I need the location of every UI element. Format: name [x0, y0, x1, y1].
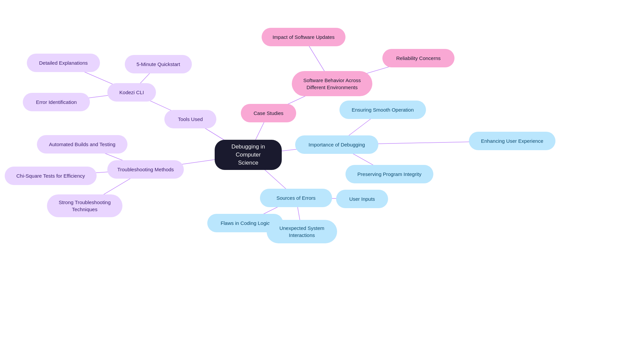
quickstart-label: 5-Minute Quickstart [137, 61, 180, 68]
node-importance-debugging: Importance of Debugging [295, 135, 378, 154]
kodezi-cli-label: Kodezi CLI [119, 89, 144, 96]
impact-software-label: Impact of Software Updates [272, 34, 334, 41]
node-unexpected-system-interactions: Unexpected SystemInteractions [267, 220, 337, 243]
flaws-coding-label: Flaws in Coding Logic [221, 220, 270, 227]
importance-label: Importance of Debugging [309, 141, 365, 148]
node-5-minute-quickstart: 5-Minute Quickstart [125, 55, 192, 73]
sources-errors-label: Sources of Errors [276, 194, 316, 201]
node-kodezi-cli: Kodezi CLI [107, 83, 156, 102]
strong-troubleshoot-label: Strong TroubleshootingTechniques [59, 199, 111, 213]
case-studies-label: Case Studies [254, 110, 283, 117]
preserving-label: Preserving Program Integrity [358, 171, 422, 178]
tools-used-label: Tools Used [178, 116, 203, 123]
node-software-behavior: Software Behavior AcrossDifferent Enviro… [292, 71, 372, 96]
ensuring-smooth-label: Ensuring Smooth Operation [352, 106, 414, 113]
software-behavior-label: Software Behavior AcrossDifferent Enviro… [303, 77, 361, 91]
user-inputs-label: User Inputs [349, 195, 375, 202]
node-ensuring-smooth-operation: Ensuring Smooth Operation [339, 101, 426, 119]
node-user-inputs: User Inputs [336, 190, 388, 208]
center-label: Debugging in Computer Science [227, 143, 270, 167]
reliability-label: Reliability Concerns [396, 55, 441, 62]
chi-square-label: Chi-Square Tests for Efficiency [16, 172, 85, 179]
node-detailed-explanations: Detailed Explanations [27, 54, 100, 72]
node-troubleshooting-methods: Troubleshooting Methods [107, 160, 184, 179]
node-sources-of-errors: Sources of Errors [260, 189, 332, 207]
node-case-studies: Case Studies [241, 104, 296, 122]
automated-label: Automated Builds and Testing [49, 141, 115, 148]
node-impact-software-updates: Impact of Software Updates [262, 28, 345, 46]
node-preserving-program-integrity: Preserving Program Integrity [345, 165, 433, 183]
node-chi-square: Chi-Square Tests for Efficiency [5, 167, 97, 185]
node-error-identification: Error Identification [23, 93, 90, 111]
troubleshooting-label: Troubleshooting Methods [117, 166, 174, 173]
unexpected-label: Unexpected SystemInteractions [279, 225, 324, 239]
error-id-label: Error Identification [36, 99, 77, 106]
node-tools-used: Tools Used [164, 110, 216, 128]
node-automated-builds: Automated Builds and Testing [37, 135, 127, 154]
detailed-exp-label: Detailed Explanations [39, 59, 88, 66]
center-node: Debugging in Computer Science [215, 140, 282, 170]
node-enhancing-user-experience: Enhancing User Experience [469, 132, 555, 150]
enhancing-ux-label: Enhancing User Experience [481, 137, 543, 144]
node-reliability-concerns: Reliability Concerns [382, 49, 454, 67]
node-strong-troubleshooting: Strong TroubleshootingTechniques [47, 194, 122, 217]
